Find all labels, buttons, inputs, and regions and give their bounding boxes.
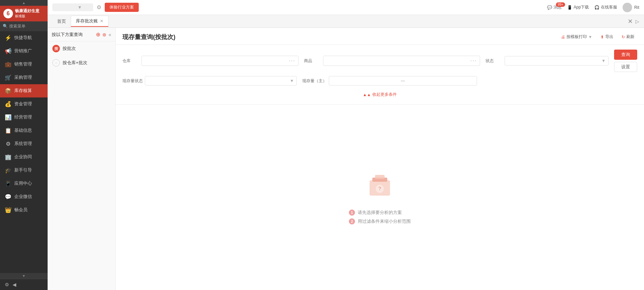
status-select[interactable]: ▼ — [505, 56, 609, 66]
svg-rect-2 — [375, 175, 385, 179]
sales-icon: 💼 — [5, 61, 12, 68]
inventory-icon: 📦 — [5, 88, 12, 94]
search-icon: 🔍 — [3, 24, 8, 29]
warehouse-field: 仓库 ··· — [122, 56, 299, 66]
dropdown-icon: ▼ — [78, 5, 82, 10]
tab-close-icon[interactable]: ✕ — [100, 19, 103, 23]
sidebar-item-label: 应用中心 — [14, 180, 32, 186]
sidebar-item-label: 快捷导航 — [14, 35, 32, 41]
sidebar-nav: ⚡ 快捷导航 📢 营销推广 💼 销售管理 🛒 采购管理 📦 库存核算 💰 资金管… — [0, 31, 48, 273]
print-label: 按模板打印 — [566, 34, 587, 40]
filter-panel: 按以下方案查询 ⊕ ⊛ « 按 按批次 ○ 按仓库+批次 — [48, 28, 116, 290]
sidebar-search[interactable]: 🔍 搜索菜单 — [0, 21, 48, 31]
sidebar-item-base[interactable]: 📋 基础信息 — [0, 124, 48, 137]
plan-batch[interactable]: 按 按批次 — [48, 41, 115, 56]
app-download-icon: 📱 — [567, 5, 572, 10]
sidebar-item-app-center[interactable]: 📱 应用中心 — [0, 177, 48, 190]
settings-icon[interactable]: ⚙ — [5, 282, 9, 287]
sidebar-item-enterprise[interactable]: 🏢 企业协同 — [0, 150, 48, 164]
sidebar-search-label: 搜索菜单 — [9, 23, 26, 29]
online-service-btn[interactable]: 🎧 在线客服 — [594, 4, 617, 10]
topbar-search-area[interactable]: ▼ — [52, 3, 93, 11]
collapse-conditions-btn[interactable]: ▲▲ 收起更多条件 — [122, 90, 637, 99]
export-label: 导出 — [605, 34, 613, 40]
online-service-label: 在线客服 — [601, 4, 617, 10]
message-btn[interactable]: 💬 消息 99+ — [547, 4, 562, 10]
stock-status-dropdown-icon: ▼ — [290, 78, 294, 83]
sidebar-item-label: 系统管理 — [14, 141, 32, 147]
sidebar-item-label: 采购管理 — [14, 74, 32, 80]
sidebar-item-newbie[interactable]: 🎓 新手引导 — [0, 164, 48, 177]
stock-qty-range[interactable]: — — [329, 76, 477, 86]
headset-icon: 🎧 — [594, 5, 599, 10]
refresh-btn[interactable]: ↻ 刷新 — [619, 33, 637, 41]
finance-icon: 💰 — [5, 101, 12, 107]
warehouse-input[interactable]: ··· — [141, 56, 299, 66]
tab-inventory-batch[interactable]: 库存批次账 ✕ — [71, 16, 108, 27]
plan-batch-label: 按批次 — [63, 46, 76, 52]
plan-batch-icon: 按 — [52, 45, 60, 52]
sidebar-item-sales[interactable]: 💼 销售管理 — [0, 58, 48, 71]
empty-tip-1-text: 请先选择要分析的方案 — [358, 210, 402, 216]
product-more-icon[interactable]: ··· — [470, 58, 477, 64]
quick-nav-icon: ⚡ — [5, 35, 12, 41]
topbar-gear-icon[interactable]: ⚙ — [97, 4, 101, 11]
plan-warehouse-icon: ○ — [52, 59, 60, 67]
sidebar-item-label: 资金管理 — [14, 101, 32, 107]
wechat-icon: 💬 — [5, 194, 12, 200]
app-download-btn[interactable]: 📱 App下载 — [567, 4, 589, 10]
settings-button[interactable]: 设置 — [614, 62, 637, 72]
enterprise-icon: 🏢 — [5, 154, 12, 160]
system-icon: ⚙ — [5, 141, 12, 147]
operations-icon: 📊 — [5, 114, 12, 121]
trial-btn[interactable]: 体验行业方案 — [105, 3, 139, 12]
collapse-plan-icon[interactable]: « — [108, 32, 111, 37]
content-area: 按以下方案查询 ⊕ ⊛ « 按 按批次 ○ 按仓库+批次 现存量查询(按批次) — [48, 28, 644, 290]
print-btn[interactable]: 🖨 按模板打印 ▼ — [558, 33, 595, 41]
svg-text:?: ? — [378, 186, 381, 191]
collapse-conditions-label: 收起更多条件 — [372, 92, 397, 97]
sidebar-item-quick-nav[interactable]: ⚡ 快捷导航 — [0, 31, 48, 44]
sidebar-scroll-up[interactable]: ▲ — [0, 0, 48, 6]
sidebar-item-wechat[interactable]: 💬 企业微信 — [0, 190, 48, 203]
sidebar-item-system[interactable]: ⚙ 系统管理 — [0, 137, 48, 150]
filter-panel-header-icons: ⊕ ⊛ « — [96, 31, 111, 38]
topbar-search-input[interactable] — [55, 5, 75, 10]
sidebar-scroll-down[interactable]: ▼ — [0, 273, 48, 279]
stock-status-select[interactable]: ▼ — [145, 76, 297, 86]
sidebar-item-label: 库存核算 — [14, 88, 32, 94]
export-icon: ⬆ — [600, 35, 604, 39]
status-field: 状态 ▼ — [486, 56, 609, 66]
product-field: 商品 ··· — [304, 56, 480, 66]
tab-home[interactable]: 首页 — [52, 16, 71, 26]
sidebar-item-marketing[interactable]: 📢 营销推广 — [0, 44, 48, 58]
product-label: 商品 — [304, 58, 321, 64]
export-btn[interactable]: ⬆ 导出 — [598, 33, 616, 41]
filter-actions: 查询 设置 — [614, 50, 637, 72]
close-panel-icon[interactable]: ✕ — [628, 18, 633, 25]
user-area[interactable]: Rit — [623, 3, 639, 12]
sidebar-item-operations[interactable]: 📊 经营管理 — [0, 111, 48, 124]
warehouse-more-icon[interactable]: ··· — [289, 58, 295, 64]
query-button[interactable]: 查询 — [614, 50, 637, 60]
add-plan-icon[interactable]: ⊕ — [96, 31, 100, 38]
expand-icon[interactable]: ▷ — [635, 19, 639, 24]
empty-tip-2-text: 用过滤条件来缩小分析范围 — [358, 218, 411, 224]
plan-warehouse-batch[interactable]: ○ 按仓库+批次 — [48, 56, 115, 70]
sidebar-item-purchase[interactable]: 🛒 采购管理 — [0, 71, 48, 84]
page-title: 现存量查询(按批次) — [122, 33, 175, 41]
empty-tip-2: 2 用过滤条件来缩小分析范围 — [349, 218, 411, 224]
sidebar-item-inventory[interactable]: 📦 库存核算 — [0, 84, 48, 97]
product-input[interactable]: ··· — [323, 56, 480, 66]
sidebar-item-finance[interactable]: 💰 资金管理 — [0, 97, 48, 111]
sidebar-item-label: 企业协同 — [14, 154, 32, 160]
message-badge: 99+ — [556, 2, 565, 7]
collapse-icon[interactable]: ◀ — [13, 282, 16, 287]
topbar: ▼ ⚙ 体验行业方案 💬 消息 99+ 📱 App下载 🎧 在线客服 Rit — [48, 0, 644, 15]
sidebar-item-label: 畅会员 — [14, 207, 28, 213]
newbie-icon: 🎓 — [5, 167, 12, 174]
stock-status-field: 现存量状态 ▼ — [122, 76, 297, 86]
collapse-up-icon: ▲▲ — [363, 92, 371, 97]
sidebar-item-member[interactable]: 👑 畅会员 — [0, 203, 48, 217]
settings-plan-icon[interactable]: ⊛ — [102, 32, 106, 37]
